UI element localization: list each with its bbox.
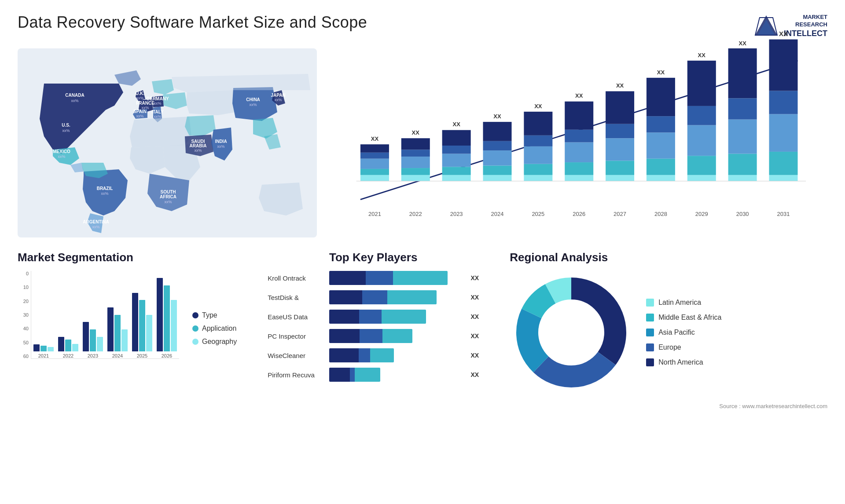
svg-rect-10 [360,144,389,153]
seg-year-2021: 2021 [33,344,54,358]
svg-rect-38 [524,112,552,135]
player-seg1-pcinspector [329,329,360,343]
svg-rect-62 [687,175,716,181]
svg-rect-9 [360,153,389,159]
player-row-easeus: EaseUS Data XX [268,310,479,324]
seg-bar-app-2024 [114,315,121,351]
svg-text:2026: 2026 [573,211,585,217]
svg-rect-27 [483,175,512,181]
svg-text:XX: XX [575,92,583,99]
map-sublabel-spain: xx% [136,114,143,118]
legend-application: Application [192,325,237,332]
y-tick-40: 40 [18,326,29,331]
svg-rect-14 [401,168,430,175]
svg-rect-6 [360,175,389,181]
svg-rect-58 [647,116,675,132]
segmentation-chart-area: 60 50 40 30 20 10 0 [18,271,237,359]
bar-2023: XX 2023 [442,121,471,217]
svg-rect-79 [769,91,798,114]
seg-year-2026: 2026 [157,278,177,358]
svg-text:XX: XX [698,52,706,58]
player-row-testdisk: TestDisk & XX [268,290,479,304]
players-section: Top Key Players Kroll Ontrack XX TestDis… [250,251,479,387]
player-row-piriform: Piriform Recuva XX [268,368,479,382]
player-bar-inner-easeus [329,310,426,324]
svg-rect-31 [483,122,512,141]
svg-rect-30 [483,141,512,150]
seg-year-group-2026 [157,278,177,351]
seg-year-2022: 2022 [58,337,78,358]
bar-2022: XX 2022 [401,129,430,217]
svg-text:2022: 2022 [409,211,422,217]
svg-text:XX: XX [779,30,788,37]
y-tick-60: 60 [18,354,29,359]
player-bar-inner-piriform [329,368,380,382]
y-tick-30: 30 [18,312,29,318]
player-xx-testdisk: XX [470,294,479,301]
map-sublabel-uk: xx% [136,96,143,100]
map-sublabel-india: xx% [217,144,224,149]
logo-market: MARKET [784,14,827,21]
player-bar-kroll [329,271,463,285]
seg-year-group-2023 [83,322,103,351]
seg-year-label-2025: 2025 [137,353,147,358]
player-name-kroll: Kroll Ontrack [268,274,325,282]
logo: MARKET RESEARCH INTELLECT [753,13,827,40]
seg-year-2025: 2025 [132,293,152,358]
svg-rect-29 [483,150,512,165]
seg-bar-type-2023 [83,322,89,351]
svg-point-89 [540,302,602,363]
seg-bar-app-2022 [65,340,71,351]
svg-text:2025: 2025 [532,211,544,217]
regional-legend: Latin America Middle East & Africa Asia … [646,299,721,366]
svg-rect-57 [647,132,675,158]
player-name-easeus: EaseUS Data [268,313,325,321]
map-label-southafrica: SOUTH [161,190,176,194]
segmentation-title: Market Segmentation [18,251,237,264]
svg-rect-20 [442,175,471,181]
player-bar-easeus [329,310,463,324]
logo-text: MARKET RESEARCH INTELLECT [784,14,827,39]
player-bar-inner-wisecleaner [329,348,394,362]
regional-color-europe [646,343,654,351]
svg-rect-34 [524,175,552,181]
svg-text:XX: XX [616,82,624,89]
seg-bar-geo-2021 [48,347,54,351]
player-bar-inner-kroll [329,271,448,285]
regional-legend-apac: Asia Pacific [646,329,721,336]
y-tick-20: 20 [18,299,29,304]
map-label-argentina: ARGENTINA [83,219,109,224]
legend-dot-type [192,312,198,318]
map-sublabel-southafrica: xx% [164,200,172,204]
seg-year-group-2021 [33,344,54,351]
regional-color-latin [646,299,654,307]
seg-year-group-2022 [58,337,78,351]
svg-rect-48 [606,175,634,181]
svg-text:XX: XX [371,135,379,142]
svg-text:2027: 2027 [614,211,626,217]
map-sublabel-brazil: xx% [101,191,108,196]
map-sublabel-germany: xx% [154,101,161,106]
map-sublabel-italy: xx% [154,114,161,119]
legend-label-type: Type [202,311,217,319]
bar-2030: XX 2030 [728,40,757,217]
bar-2026: XX 2026 [565,92,593,217]
world-map-svg: CANADA xx% U.S. xx% MEXICO xx% BRAZIL xx… [18,48,317,237]
map-label-uk: U.K. [136,91,144,96]
seg-year-group-2024 [107,307,128,351]
player-bar-pcinspector [329,329,463,343]
seg-bar-app-2021 [40,346,47,351]
seg-year-group-2025 [132,293,152,351]
player-seg3-piriform [355,368,380,382]
regional-legend-europe: Europe [646,343,721,351]
growth-chart-container: XX 2021 XX 2022 XX 2023 [330,48,827,237]
player-seg1-testdisk [329,290,362,304]
player-name-wisecleaner: WiseCleaner [268,352,325,359]
svg-rect-56 [647,159,675,175]
svg-text:2029: 2029 [695,211,708,217]
regional-color-apac [646,329,654,336]
map-label-us: U.S. [62,123,70,128]
svg-rect-52 [606,91,634,124]
svg-rect-59 [647,78,675,116]
seg-bar-app-2023 [90,329,96,351]
